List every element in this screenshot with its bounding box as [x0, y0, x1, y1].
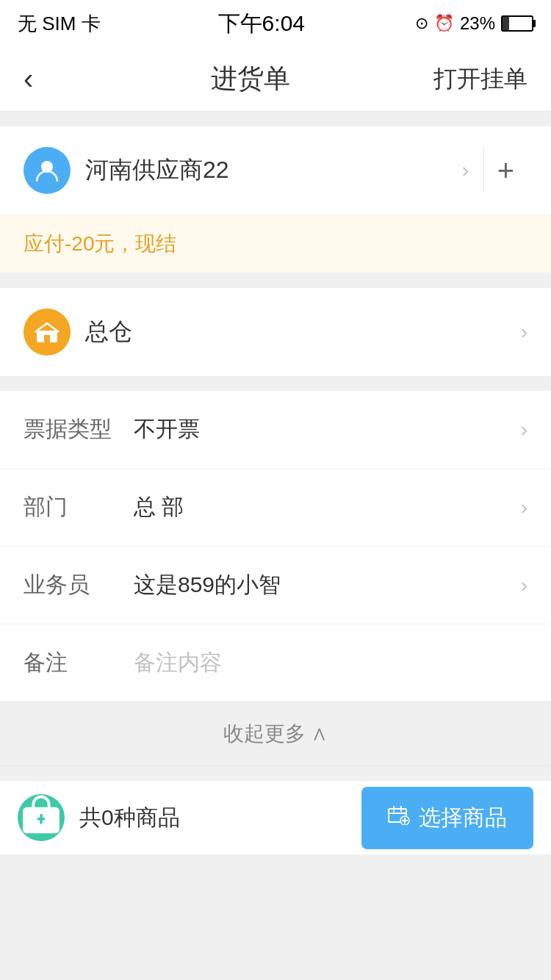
invoice-type-label: 票据类型: [24, 414, 119, 444]
salesperson-row[interactable]: 业务员 这是859的小智 ›: [0, 547, 551, 624]
warehouse-row[interactable]: 总仓 ›: [0, 288, 551, 376]
nav-bar: ‹ 进货单 打开挂单: [0, 47, 551, 112]
supplier-avatar: [24, 147, 71, 194]
department-label: 部门: [24, 492, 119, 522]
product-icon: [18, 794, 65, 841]
bottom-divider: [0, 766, 551, 781]
form-section: 票据类型 不开票 › 部门 总 部 › 业务员 这是859的小智 › 备注 备注…: [0, 391, 551, 702]
select-product-label: 选择商品: [419, 803, 507, 833]
warehouse-name: 总仓: [85, 316, 521, 348]
invoice-type-value: 不开票: [119, 414, 514, 444]
carrier-label: 无 SIM 卡: [18, 11, 101, 37]
warehouse-chevron-icon: ›: [521, 320, 527, 344]
supplier-chevron-icon: ›: [462, 159, 469, 182]
open-pending-button[interactable]: 打开挂单: [433, 63, 527, 96]
supplier-row[interactable]: 河南供应商22 › +: [0, 126, 551, 215]
supplier-name: 河南供应商22: [85, 154, 462, 187]
battery-icon: [501, 15, 533, 32]
supplier-add-button[interactable]: +: [483, 148, 527, 192]
payment-notice: 应付-20元，现结: [0, 215, 551, 273]
warehouse-card: 总仓 ›: [0, 288, 551, 376]
svg-rect-2: [44, 335, 50, 342]
product-count-label: 共0种商品: [79, 803, 361, 833]
status-right: ⊙ ⏰ 23%: [415, 13, 533, 34]
bottom-product-bar: 共0种商品 选择商品: [0, 781, 551, 854]
department-value: 总 部: [119, 492, 514, 522]
collapse-button[interactable]: 收起更多 ∧: [0, 702, 551, 766]
remark-label: 备注: [24, 648, 119, 678]
middle-divider-1: [0, 273, 551, 288]
select-product-icon: [388, 805, 410, 830]
status-bar: 无 SIM 卡 下午6:04 ⊙ ⏰ 23%: [0, 0, 551, 47]
remark-input[interactable]: 备注内容: [119, 648, 527, 678]
invoice-type-chevron-icon: ›: [521, 418, 527, 442]
location-icon: ⊙: [415, 14, 428, 33]
back-button[interactable]: ‹: [24, 62, 68, 96]
remark-row[interactable]: 备注 备注内容: [0, 624, 551, 702]
middle-divider-2: [0, 376, 551, 391]
salesperson-label: 业务员: [24, 570, 119, 600]
select-product-button[interactable]: 选择商品: [361, 787, 533, 849]
supplier-card: 河南供应商22 › + 应付-20元，现结: [0, 126, 551, 273]
page-title: 进货单: [211, 61, 290, 97]
status-time: 下午6:04: [218, 9, 305, 39]
top-divider: [0, 112, 551, 126]
status-left: 无 SIM 卡: [18, 11, 108, 37]
department-chevron-icon: ›: [521, 496, 527, 519]
alarm-icon: ⏰: [434, 14, 454, 33]
salesperson-value: 这是859的小智: [119, 570, 514, 600]
department-row[interactable]: 部门 总 部 ›: [0, 469, 551, 547]
salesperson-chevron-icon: ›: [521, 574, 527, 597]
page-background: [0, 854, 551, 980]
battery-label: 23%: [460, 13, 495, 34]
warehouse-icon: [24, 309, 71, 356]
invoice-type-row[interactable]: 票据类型 不开票 ›: [0, 391, 551, 469]
